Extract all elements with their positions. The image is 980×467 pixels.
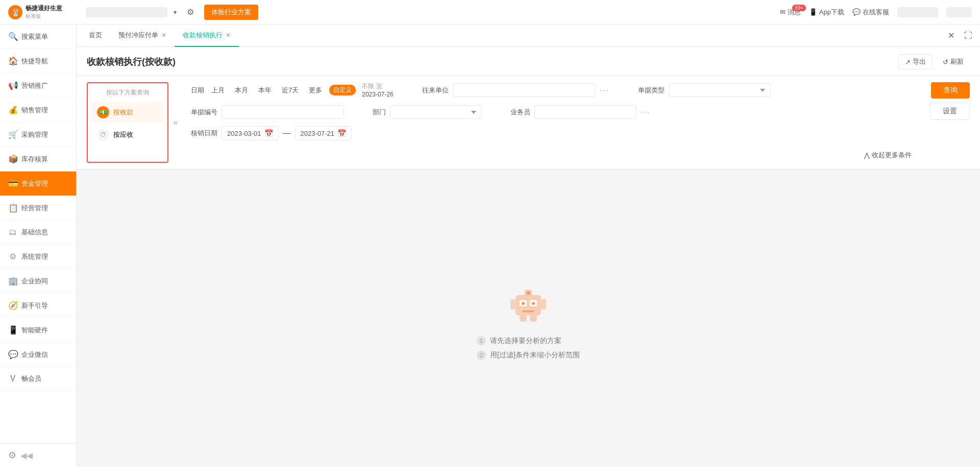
sidebar-item-system[interactable]: ⚙ 系统管理: [0, 244, 76, 269]
marketing-icon: 📢: [8, 81, 17, 90]
date-last-month-btn[interactable]: 上月: [208, 85, 228, 96]
writeoff-date-label: 核销日期: [191, 129, 217, 138]
home-icon: 🏠: [8, 56, 17, 66]
sidebar-item-member[interactable]: V 畅会员: [0, 367, 76, 391]
sidebar-label-member: 畅会员: [21, 374, 41, 383]
refresh-btn[interactable]: ↺ 刷新: [937, 55, 970, 69]
sidebar-label-quick-nav: 快捷导航: [21, 57, 48, 66]
sidebar-label-inventory: 库存核算: [21, 155, 48, 164]
finance-icon: 💳: [8, 179, 17, 188]
doc-type-select[interactable]: [669, 83, 771, 97]
svg-rect-3: [522, 302, 525, 305]
sidebar-label-basic: 基础信息: [21, 228, 48, 237]
sidebar-item-inventory[interactable]: 📦 库存核算: [0, 147, 76, 171]
tab-collection[interactable]: 收款核销执行 ✕: [175, 24, 239, 47]
dept-select[interactable]: [390, 105, 482, 119]
date-custom-tag[interactable]: 自定义: [329, 85, 356, 95]
svg-rect-5: [522, 310, 534, 312]
company-selector-blurred[interactable]: [86, 7, 167, 17]
setting-btn[interactable]: 设置: [930, 103, 970, 120]
sidebar-item-quick-nav[interactable]: 🏠 快捷导航: [0, 49, 76, 73]
date-this-month-btn[interactable]: 本月: [232, 85, 251, 96]
salesperson-dots[interactable]: ···: [641, 108, 650, 117]
export-btn[interactable]: ↗ 导出: [898, 54, 933, 69]
doc-no-input[interactable]: [222, 105, 344, 119]
svg-rect-9: [541, 299, 546, 309]
tab-expand-btn[interactable]: ⛶: [961, 28, 976, 43]
sidebar-item-guide[interactable]: 🧭 新手引导: [0, 293, 76, 318]
filter-by-collection[interactable]: 💵 按收款: [92, 102, 163, 122]
export-label: 导出: [913, 57, 926, 66]
sidebar-item-sales[interactable]: 💰 销售管理: [0, 98, 76, 122]
salesperson-label: 业务员: [510, 108, 530, 117]
sidebar-item-enterprise[interactable]: 🏢 企业协同: [0, 269, 76, 293]
tab-collection-close[interactable]: ✕: [226, 32, 231, 39]
tab-close-all-btn[interactable]: ✕: [943, 28, 959, 43]
page-actions: ↗ 导出 ↺ 刷新: [898, 54, 970, 69]
settings-icon[interactable]: ⚙: [183, 5, 198, 20]
app-download-btn[interactable]: 📱 App下载: [809, 8, 844, 17]
sidebar-item-wechat[interactable]: 💬 企业微信: [0, 342, 76, 367]
writeoff-start-cal-icon[interactable]: 📅: [264, 129, 273, 137]
empty-robot-icon: [505, 280, 551, 326]
sidebar-item-finance[interactable]: 💳 资金管理: [0, 171, 76, 196]
filter-panel-collapse[interactable]: «: [170, 82, 181, 163]
industry-btn[interactable]: 体验行业方案: [204, 5, 258, 20]
tab-prepay-label: 预付冲应付单: [118, 31, 158, 40]
company-dropdown[interactable]: ▾: [174, 9, 177, 16]
filter-row-3: 核销日期 2023-03-01 📅 — 2023-07-21 📅: [191, 126, 912, 140]
sidebar-label-wechat: 企业微信: [21, 350, 48, 359]
filter-right-panel: 日期 上月 本月 本年 近7天 更多 自定义 不限 至 2023-07-26 往: [183, 76, 920, 169]
date-unlimited: 不限 至: [362, 82, 393, 91]
tip-text-2: 用[过滤]条件来缩小分析范围: [490, 351, 580, 360]
date-value: 2023-07-26: [362, 91, 393, 98]
counterparty-field: 往来单位 ···: [422, 83, 609, 97]
counterparty-dots[interactable]: ···: [600, 86, 609, 95]
counterparty-input[interactable]: [453, 83, 596, 97]
sidebar-item-search[interactable]: 🔍 搜索菜单: [0, 24, 76, 49]
writeoff-date-dash: —: [283, 129, 291, 138]
tab-collection-label: 收款核销执行: [183, 31, 223, 40]
filter-by-receivable[interactable]: ⏱ 按应收: [92, 125, 163, 145]
collection-option-icon: 💵: [97, 106, 109, 118]
logo-edition: 标准版: [26, 13, 62, 20]
collapse-more-row: ⋀ 收起更多条件: [191, 148, 912, 163]
sidebar-label-operation: 经营管理: [21, 204, 48, 213]
sidebar-label-guide: 新手引导: [21, 301, 48, 310]
tab-prepay-close[interactable]: ✕: [161, 32, 166, 39]
online-service-btn[interactable]: 💬 在线客服: [852, 8, 889, 17]
sidebar-collapse-btn[interactable]: ◀◀: [20, 451, 33, 460]
member-icon: V: [8, 374, 17, 383]
sidebar-item-basic[interactable]: 🗂 基础信息: [0, 220, 76, 244]
sidebar-item-operation[interactable]: 📋 经营管理: [0, 196, 76, 220]
empty-tips: 1 请先选择要分析的方案 2 用[过滤]条件来缩小分析范围: [477, 336, 580, 360]
user-role-blurred: [946, 7, 972, 17]
tip-num-2: 2: [477, 351, 486, 360]
sidebar-item-marketing[interactable]: 📢 营销推广: [0, 73, 76, 98]
chevron-up-icon: ⋀: [864, 152, 870, 159]
message-btn[interactable]: ✉ 消息 99+: [780, 8, 801, 17]
svg-rect-4: [532, 302, 535, 305]
date-label: 日期: [191, 86, 204, 95]
tab-home[interactable]: 首页: [81, 24, 110, 47]
writeoff-start-wrap: 2023-03-01 📅: [222, 126, 279, 140]
sidebar-item-hardware[interactable]: 📱 智能硬件: [0, 318, 76, 342]
tab-prepay[interactable]: 预付冲应付单 ✕: [110, 24, 175, 47]
query-btn[interactable]: 查询: [931, 82, 970, 99]
top-bar: 🐰 畅捷通好生意 标准版 ▾ ⚙ 体验行业方案 ✉ 消息 99+ 📱 App下载…: [0, 0, 980, 24]
filter-section-title: 按以下方案查询: [92, 88, 163, 97]
collapse-more-btn[interactable]: ⋀ 收起更多条件: [864, 151, 912, 160]
page-title-row: 收款核销执行(按收款) ↗ 导出 ↺ 刷新: [87, 54, 970, 69]
date-this-year-btn[interactable]: 本年: [255, 85, 275, 96]
date-7days-btn[interactable]: 近7天: [279, 85, 302, 96]
sidebar-label-search: 搜索菜单: [21, 32, 48, 41]
wechat-icon: 💬: [8, 350, 17, 359]
filter-by-receivable-label: 按应收: [113, 130, 133, 139]
settings-bottom-icon[interactable]: ⚙: [8, 450, 16, 461]
date-more-btn[interactable]: 更多: [306, 85, 325, 96]
salesperson-input[interactable]: [534, 105, 636, 119]
sidebar-item-purchase[interactable]: 🛒 采购管理: [0, 122, 76, 147]
tab-bar-right: ✕ ⛶: [943, 28, 976, 43]
writeoff-end-cal-icon[interactable]: 📅: [337, 129, 346, 137]
sidebar-label-system: 系统管理: [21, 252, 48, 261]
